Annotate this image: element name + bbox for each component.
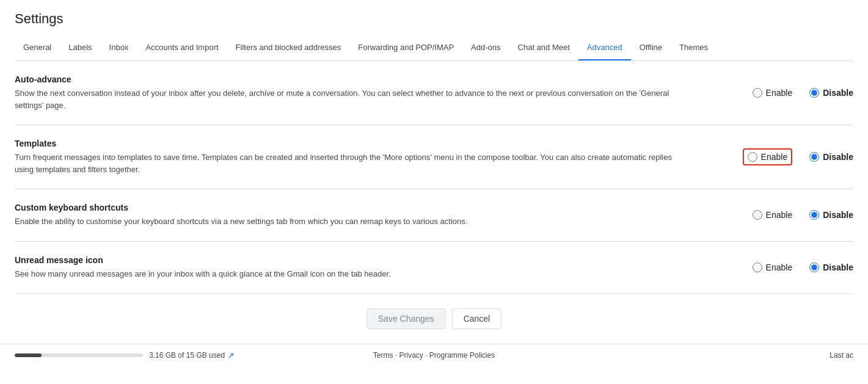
tab-filters[interactable]: Filters and blocked addresses: [227, 37, 350, 61]
disable-option-custom-keyboard[interactable]: Disable: [809, 210, 853, 220]
enable-radio-unread-icon[interactable]: [753, 263, 762, 272]
disable-radio-custom-keyboard[interactable]: [809, 210, 819, 220]
setting-desc-unread-icon: See how many unread messages are in your…: [15, 268, 687, 280]
save-changes-button[interactable]: Save Changes: [367, 308, 446, 329]
last-account-text: Last ac: [830, 351, 853, 360]
enable-radio-custom-keyboard[interactable]: [753, 210, 762, 220]
setting-controls-unread-icon: EnableDisable: [753, 263, 853, 272]
tab-chat-meet[interactable]: Chat and Meet: [509, 37, 578, 61]
tab-themes[interactable]: Themes: [671, 37, 717, 61]
setting-title-templates: Templates: [15, 139, 718, 148]
setting-info-templates: TemplatesTurn frequent messages into tem…: [15, 139, 743, 175]
setting-title-custom-keyboard: Custom keyboard shortcuts: [15, 203, 728, 212]
setting-info-auto-advance: Auto-advanceShow the next conversation i…: [15, 74, 753, 111]
enable-radio-templates[interactable]: [748, 152, 757, 162]
setting-title-unread-icon: Unread message icon: [15, 255, 728, 265]
page-header: Settings GeneralLabelsInboxAccounts and …: [0, 0, 868, 61]
setting-controls-templates: EnableDisable: [743, 148, 853, 165]
footer-links: Terms · Privacy · Programme Policies: [373, 351, 495, 360]
tab-advanced[interactable]: Advanced: [578, 37, 631, 61]
enable-option-custom-keyboard[interactable]: Enable: [753, 210, 793, 220]
disable-radio-unread-icon[interactable]: [809, 263, 819, 272]
setting-title-auto-advance: Auto-advance: [15, 74, 728, 84]
setting-row-unread-icon: Unread message iconSee how many unread m…: [15, 242, 853, 294]
setting-info-unread-icon: Unread message iconSee how many unread m…: [15, 255, 753, 280]
tab-forwarding[interactable]: Forwarding and POP/IMAP: [349, 37, 462, 61]
tab-addons[interactable]: Add-ons: [462, 37, 509, 61]
separator-1: ·: [393, 351, 399, 360]
setting-controls-custom-keyboard: EnableDisable: [753, 210, 853, 220]
setting-row-templates: TemplatesTurn frequent messages into tem…: [15, 125, 853, 189]
storage-text: 3.16 GB of 15 GB used ↗: [149, 350, 235, 360]
setting-desc-templates: Turn frequent messages into templates to…: [15, 151, 687, 175]
enable-radio-auto-advance[interactable]: [753, 88, 762, 98]
enable-option-templates[interactable]: Enable: [743, 148, 793, 165]
enable-label-templates: Enable: [761, 152, 788, 162]
main-content: Auto-advanceShow the next conversation i…: [0, 61, 868, 344]
tab-labels[interactable]: Labels: [60, 37, 100, 61]
cancel-button[interactable]: Cancel: [452, 308, 502, 329]
page-title: Settings: [15, 11, 853, 27]
enable-label-custom-keyboard: Enable: [766, 210, 793, 220]
disable-label-templates: Disable: [823, 152, 853, 162]
setting-controls-auto-advance: EnableDisable: [753, 88, 853, 98]
disable-label-auto-advance: Disable: [823, 88, 853, 98]
disable-radio-templates[interactable]: [809, 152, 819, 162]
disable-label-unread-icon: Disable: [823, 263, 853, 272]
storage-used-label: 3.16 GB of 15 GB used: [149, 351, 225, 360]
enable-option-auto-advance[interactable]: Enable: [753, 88, 793, 98]
storage-bar-background: [15, 353, 143, 357]
settings-list: Auto-advanceShow the next conversation i…: [15, 61, 853, 294]
actions-row: Save Changes Cancel: [15, 294, 853, 344]
separator-2: ·: [423, 351, 429, 360]
privacy-link[interactable]: Privacy: [399, 351, 423, 360]
tab-general[interactable]: General: [15, 37, 60, 61]
disable-option-unread-icon[interactable]: Disable: [809, 263, 853, 272]
policies-link[interactable]: Programme Policies: [429, 351, 495, 360]
storage-bar-fill: [15, 353, 42, 357]
setting-desc-auto-advance: Show the next conversation instead of yo…: [15, 87, 687, 111]
setting-row-auto-advance: Auto-advanceShow the next conversation i…: [15, 61, 853, 125]
external-link-icon[interactable]: ↗: [227, 350, 235, 360]
setting-info-custom-keyboard: Custom keyboard shortcutsEnable the abil…: [15, 203, 753, 228]
disable-radio-auto-advance[interactable]: [809, 88, 819, 98]
setting-row-custom-keyboard: Custom keyboard shortcutsEnable the abil…: [15, 189, 853, 242]
disable-option-auto-advance[interactable]: Disable: [809, 88, 853, 98]
tab-accounts-import[interactable]: Accounts and Import: [137, 37, 227, 61]
disable-option-templates[interactable]: Disable: [809, 152, 853, 162]
tab-offline[interactable]: Offline: [631, 37, 671, 61]
storage-info: 3.16 GB of 15 GB used ↗: [15, 350, 235, 360]
setting-desc-custom-keyboard: Enable the ability to customise your key…: [15, 216, 687, 228]
nav-tabs: GeneralLabelsInboxAccounts and ImportFil…: [15, 37, 853, 61]
disable-label-custom-keyboard: Disable: [823, 210, 853, 220]
enable-label-auto-advance: Enable: [766, 88, 793, 98]
tab-inbox[interactable]: Inbox: [101, 37, 137, 61]
enable-label-unread-icon: Enable: [766, 263, 793, 272]
enable-option-unread-icon[interactable]: Enable: [753, 263, 793, 272]
footer: 3.16 GB of 15 GB used ↗ Terms · Privacy …: [0, 344, 868, 366]
terms-link[interactable]: Terms: [373, 351, 393, 360]
